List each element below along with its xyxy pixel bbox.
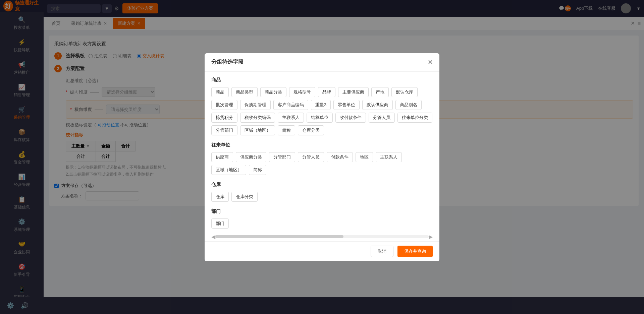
field-tags-warehouse: 仓库仓库分类 <box>211 192 433 202</box>
field-tag-主要供应商[interactable]: 主要供应商 <box>338 87 369 97</box>
field-tags-goods: 商品商品类型商品分类规格型号品牌主要供应商产地默认仓库批次管理保质期管理客户商品… <box>211 87 433 135</box>
modal-body[interactable]: 商品商品商品类型商品分类规格型号品牌主要供应商产地默认仓库批次管理保质期管理客户… <box>205 72 439 232</box>
field-tag-重量3[interactable]: 重量3 <box>311 100 331 110</box>
modal-close-button[interactable]: ✕ <box>428 59 433 66</box>
modal-overlay: 分组待选字段 ✕ 商品商品商品类型商品分类规格型号品牌主要供应商产地默认仓库批次… <box>0 0 644 314</box>
field-section-goods: 商品商品商品类型商品分类规格型号品牌主要供应商产地默认仓库批次管理保质期管理客户… <box>211 77 433 135</box>
section-title-contacts: 往来单位 <box>211 142 433 148</box>
field-tag-简称[interactable]: 简称 <box>249 165 266 175</box>
field-tag-规格型号[interactable]: 规格型号 <box>289 87 315 97</box>
field-tag-主联系人[interactable]: 主联系人 <box>376 152 402 162</box>
field-section-department: 部门部门 <box>211 208 433 229</box>
field-tag-商品分类[interactable]: 商品分类 <box>260 87 286 97</box>
field-tag-拣货积分[interactable]: 拣货积分 <box>211 113 237 123</box>
field-tag-批次管理[interactable]: 批次管理 <box>211 100 237 110</box>
field-tag-零售单位[interactable]: 零售单位 <box>333 100 360 110</box>
field-tag-区域（地区）[interactable]: 区域（地区） <box>211 165 246 175</box>
section-title-department: 部门 <box>211 208 433 214</box>
field-tag-简称[interactable]: 简称 <box>278 125 295 135</box>
field-tag-主联系人[interactable]: 主联系人 <box>278 113 304 123</box>
field-tag-产地[interactable]: 产地 <box>371 87 389 97</box>
section-title-warehouse: 仓库 <box>211 182 433 188</box>
field-tag-保质期管理[interactable]: 保质期管理 <box>240 100 271 110</box>
field-tag-部门[interactable]: 部门 <box>211 218 229 229</box>
field-tag-分管部门[interactable]: 分管部门 <box>269 152 295 162</box>
modal: 分组待选字段 ✕ 商品商品商品类型商品分类规格型号品牌主要供应商产地默认仓库批次… <box>205 53 439 261</box>
field-tags-contacts: 供应商供应商分类分管部门分管人员付款条件地区主联系人区域（地区）简称 <box>211 152 433 175</box>
modal-hscroll: ◀ ▶ <box>205 232 439 241</box>
field-tag-分管人员[interactable]: 分管人员 <box>298 152 324 162</box>
field-tag-默认供应商[interactable]: 默认供应商 <box>362 100 393 110</box>
hscroll-left[interactable]: ◀ <box>211 234 215 240</box>
field-tag-地区[interactable]: 地区 <box>356 152 373 162</box>
field-tag-商品类型[interactable]: 商品类型 <box>231 87 258 97</box>
field-tag-仓库分类[interactable]: 仓库分类 <box>298 125 324 135</box>
field-tag-税收分类编码[interactable]: 税收分类编码 <box>240 113 275 123</box>
confirm-button[interactable]: 保存并查询 <box>397 246 433 257</box>
hscroll-right[interactable]: ▶ <box>429 234 433 240</box>
field-tag-客户商品编码[interactable]: 客户商品编码 <box>273 100 308 110</box>
modal-header: 分组待选字段 ✕ <box>205 53 439 72</box>
field-tag-往来单位分类[interactable]: 往来单位分类 <box>397 113 432 123</box>
field-tag-分管部门[interactable]: 分管部门 <box>211 125 237 135</box>
field-tag-品牌[interactable]: 品牌 <box>318 87 335 97</box>
field-tag-区域（地区）[interactable]: 区域（地区） <box>240 125 275 135</box>
section-title-goods: 商品 <box>211 77 433 83</box>
cancel-button[interactable]: 取消 <box>371 246 393 257</box>
field-tag-分管人员[interactable]: 分管人员 <box>369 113 395 123</box>
field-tag-供应商分类[interactable]: 供应商分类 <box>236 152 266 162</box>
field-tag-收付款条件[interactable]: 收付款条件 <box>335 113 366 123</box>
field-tag-默认仓库[interactable]: 默认仓库 <box>391 87 418 97</box>
field-tag-结算单位[interactable]: 结算单位 <box>307 113 333 123</box>
field-tag-仓库分类[interactable]: 仓库分类 <box>231 192 258 202</box>
hscroll-thumb <box>215 235 343 238</box>
hscroll-bar[interactable] <box>215 235 429 238</box>
field-tags-department: 部门 <box>211 218 433 229</box>
field-tag-仓库[interactable]: 仓库 <box>211 192 229 202</box>
field-section-warehouse: 仓库仓库仓库分类 <box>211 182 433 202</box>
modal-title: 分组待选字段 <box>211 59 244 66</box>
field-section-contacts: 往来单位供应商供应商分类分管部门分管人员付款条件地区主联系人区域（地区）简称 <box>211 142 433 175</box>
field-tag-商品别名[interactable]: 商品别名 <box>395 100 422 110</box>
field-tag-供应商[interactable]: 供应商 <box>211 152 233 162</box>
field-tag-商品[interactable]: 商品 <box>211 87 229 97</box>
modal-footer: 取消 保存并查询 <box>205 241 439 261</box>
field-tag-付款条件[interactable]: 付款条件 <box>327 152 353 162</box>
